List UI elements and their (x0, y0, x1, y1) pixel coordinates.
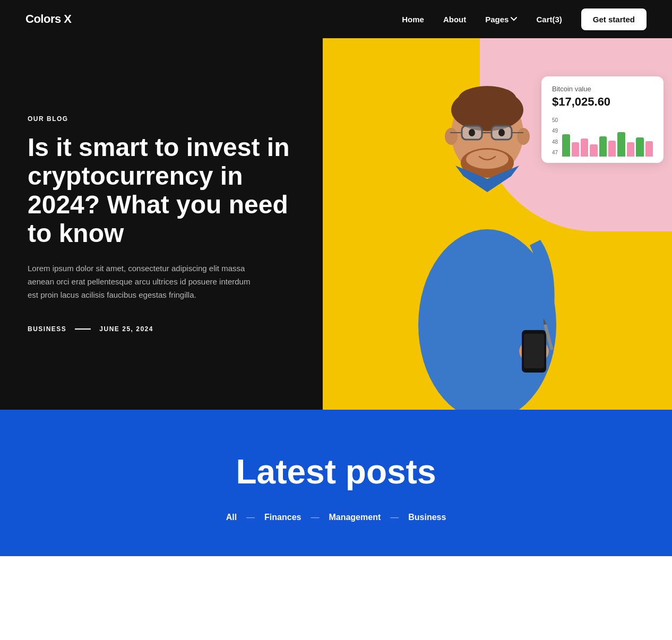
svg-rect-18 (524, 334, 544, 368)
btc-label: Bitcoin value (552, 85, 653, 93)
filter-management[interactable]: Management (329, 511, 381, 524)
chart-bar-6 (617, 132, 625, 157)
filter-sep-2: — (311, 513, 319, 522)
chart-bar-9 (645, 141, 653, 157)
hero-date: JUNE 25, 2024 (99, 325, 153, 333)
svg-point-4 (458, 86, 516, 113)
chart-bar-0 (562, 134, 570, 157)
get-started-button[interactable]: Get started (581, 8, 647, 30)
svg-point-12 (469, 129, 475, 136)
filter-business[interactable]: Business (408, 511, 446, 524)
chart-bar-2 (581, 139, 588, 157)
hero-description: Lorem ipsum dolor sit amet, consectetur … (28, 262, 261, 301)
hero-left-panel: OUR BLOG Is it smart to invest in crypto… (0, 38, 323, 410)
nav-about[interactable]: About (443, 15, 466, 24)
logo[interactable]: Colors X (25, 12, 71, 26)
navbar: Colors X Home About Pages Cart(3) Get st… (0, 0, 672, 38)
hero-meta: BUSINESS JUNE 25, 2024 (28, 325, 295, 333)
hero-title: Is it smart to invest in cryptocurrency … (28, 133, 295, 247)
hero-divider (75, 328, 91, 330)
filter-sep-3: — (390, 513, 399, 522)
chevron-down-icon (511, 16, 517, 22)
chart-y-50: 50 (552, 117, 558, 123)
chart-bar-5 (608, 141, 616, 157)
latest-posts-section: Latest posts All — Finances — Management… (0, 410, 672, 556)
cart-label[interactable]: Cart(3) (536, 15, 562, 24)
chart-bar-1 (572, 142, 579, 157)
latest-posts-title: Latest posts (25, 452, 647, 491)
hero-category: BUSINESS (28, 325, 66, 333)
chart-bar-8 (636, 137, 643, 157)
nav-links: Home About Pages Cart(3) Get started (402, 8, 647, 30)
chart-y-49: 49 (552, 128, 558, 134)
chart-bar-3 (590, 144, 597, 157)
nav-pages-dropdown[interactable]: Pages (485, 15, 517, 24)
chart-bar-4 (599, 136, 607, 157)
chart-y-47: 47 (552, 150, 558, 155)
bitcoin-card: Bitcoin value $17,025.60 50 49 48 47 (541, 76, 664, 163)
posts-filter: All — Finances — Management — Business (25, 511, 647, 524)
svg-point-13 (498, 129, 505, 136)
filter-sep-1: — (246, 513, 255, 522)
hero-tag: OUR BLOG (28, 115, 295, 123)
svg-point-6 (517, 128, 530, 145)
chart-y-48: 48 (552, 139, 558, 145)
chart-bar-7 (627, 142, 634, 157)
nav-pages-label: Pages (485, 15, 509, 24)
btc-value: $17,025.60 (552, 95, 653, 109)
filter-finances[interactable]: Finances (264, 511, 301, 524)
filter-all[interactable]: All (226, 511, 237, 524)
hero-section: OUR BLOG Is it smart to invest in crypto… (0, 38, 672, 410)
svg-point-5 (445, 128, 458, 145)
hero-right-panel: Bitcoin value $17,025.60 50 49 48 47 (323, 38, 672, 410)
nav-home[interactable]: Home (402, 15, 424, 24)
